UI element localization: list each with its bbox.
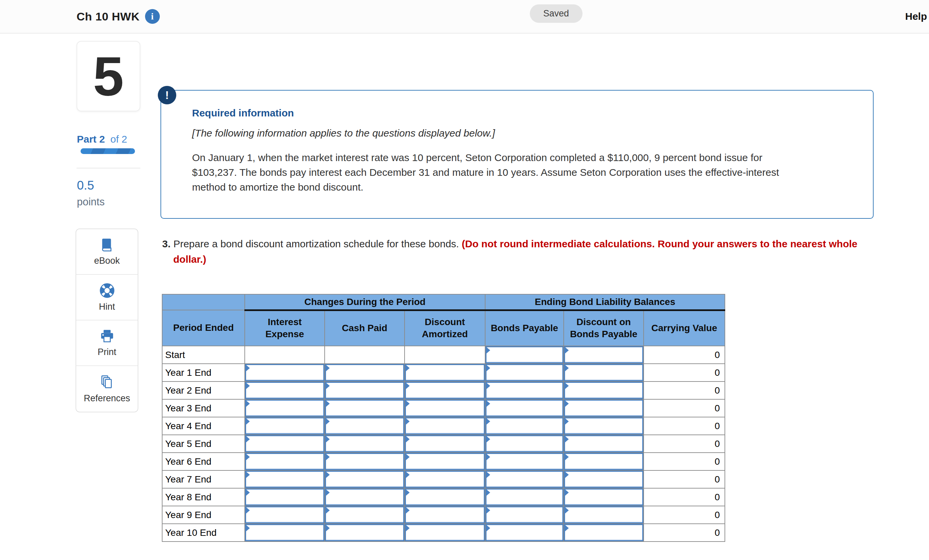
discount-on-bonds-payable-input[interactable]	[564, 453, 643, 470]
col-header-bonds-payable: Bonds Payable	[485, 310, 564, 346]
bonds-payable-input[interactable]	[486, 453, 563, 470]
cash-paid-input[interactable]	[325, 524, 404, 541]
amount-cell	[245, 524, 325, 542]
input-marker-icon	[486, 471, 490, 479]
input-marker-icon	[325, 488, 330, 497]
discount-amortized-input[interactable]	[405, 524, 485, 541]
bonds-payable-input[interactable]	[486, 506, 563, 523]
references-button[interactable]: References	[76, 366, 138, 412]
amount-cell	[564, 364, 644, 381]
info-icon[interactable]: i	[145, 9, 160, 24]
amount-cell	[325, 417, 405, 435]
bonds-payable-input[interactable]	[486, 435, 563, 452]
carrying-value-cell: 0	[644, 506, 725, 524]
input-marker-icon	[564, 418, 569, 425]
discount-on-bonds-payable-input[interactable]	[564, 364, 643, 381]
cash-paid-input[interactable]	[325, 506, 404, 523]
discount-amortized-input[interactable]	[405, 488, 485, 506]
interest-expense-input[interactable]	[245, 399, 324, 417]
cash-paid-input[interactable]	[325, 364, 404, 381]
ebook-button[interactable]: eBook	[76, 229, 138, 275]
discount-amortized-input[interactable]	[405, 506, 485, 523]
cash-paid-input[interactable]	[325, 435, 404, 452]
amortization-schedule-table: Changes During the Period Ending Bond Li…	[162, 294, 725, 542]
carrying-value-cell: 0	[644, 435, 725, 453]
amount-cell	[405, 470, 485, 488]
discount-on-bonds-payable-input[interactable]	[564, 435, 643, 452]
cash-paid-input[interactable]	[325, 418, 404, 435]
input-marker-icon	[325, 453, 330, 461]
bonds-payable-input[interactable]	[486, 399, 563, 417]
interest-expense-input[interactable]	[245, 506, 324, 523]
interest-expense-input[interactable]	[245, 524, 324, 541]
col-header-period-ended: Period Ended	[162, 310, 245, 346]
hint-button[interactable]: Hint	[76, 275, 138, 320]
column-header-row: Period Ended Interest Expense Cash Paid …	[162, 310, 725, 346]
interest-expense-input[interactable]	[245, 471, 324, 488]
cash-paid-input[interactable]	[325, 471, 404, 488]
amount-cell	[485, 524, 564, 542]
interest-expense-input[interactable]	[245, 382, 324, 399]
required-information-heading: Required information	[192, 107, 860, 119]
amount-cell	[325, 506, 405, 524]
bonds-payable-input[interactable]	[486, 488, 563, 506]
discount-amortized-input[interactable]	[405, 399, 485, 417]
cash-paid-input[interactable]	[325, 453, 404, 470]
amount-cell	[564, 470, 644, 488]
discount-amortized-input[interactable]	[405, 471, 485, 488]
cash-paid-input[interactable]	[325, 382, 404, 399]
discount-on-bonds-payable-input[interactable]	[564, 488, 643, 506]
amount-cell	[564, 399, 644, 417]
period-label: Year 9 End	[162, 506, 245, 524]
cash-paid-input[interactable]	[325, 488, 404, 506]
input-marker-icon	[325, 435, 330, 443]
interest-expense-input[interactable]	[245, 435, 324, 452]
amount-cell	[405, 364, 485, 381]
discount-on-bonds-payable-input[interactable]	[564, 506, 643, 523]
bonds-payable-input[interactable]	[486, 364, 563, 381]
print-button[interactable]: Print	[76, 320, 138, 366]
discount-on-bonds-payable-input[interactable]	[564, 471, 643, 488]
table-row: Year 4 End 0	[162, 417, 725, 435]
period-label: Year 1 End	[162, 364, 245, 381]
input-marker-icon	[486, 399, 490, 408]
col-header-interest-expense: Interest Expense	[245, 310, 325, 346]
help-link[interactable]: Help	[905, 11, 927, 22]
col-header-carrying-value: Carrying Value	[644, 310, 725, 346]
interest-expense-input[interactable]	[245, 488, 324, 506]
cash-paid-input[interactable]	[325, 399, 404, 417]
interest-expense-input[interactable]	[245, 364, 324, 381]
input-marker-icon	[245, 488, 250, 497]
bonds-payable-input[interactable]	[486, 418, 563, 435]
book-icon	[100, 237, 115, 252]
input-marker-icon	[486, 524, 490, 532]
discount-on-bonds-payable-input[interactable]	[564, 382, 643, 399]
pages-icon	[100, 375, 115, 390]
amount-cell	[564, 488, 644, 506]
discount-on-bonds-payable-input[interactable]	[564, 418, 643, 435]
bonds-payable-input[interactable]	[486, 471, 563, 488]
part-label: Part 2	[77, 133, 105, 145]
discount-amortized-input[interactable]	[405, 418, 485, 435]
assignment-title-group: Ch 10 HWK i	[77, 9, 160, 24]
bonds-payable-input[interactable]	[486, 524, 563, 541]
period-label: Year 7 End	[162, 470, 245, 488]
input-marker-icon	[325, 364, 330, 372]
amount-cell	[485, 346, 564, 364]
interest-expense-input[interactable]	[245, 453, 324, 470]
table-row: Year 7 End 0	[162, 470, 725, 488]
discount-on-bonds-payable-input[interactable]	[564, 399, 643, 417]
input-marker-icon	[405, 399, 409, 408]
discount-on-bonds-payable-input[interactable]	[564, 346, 643, 363]
discount-on-bonds-payable-input[interactable]	[564, 524, 643, 541]
discount-amortized-input[interactable]	[405, 435, 485, 452]
bonds-payable-input[interactable]	[486, 382, 563, 399]
question-number-card: 5	[77, 41, 140, 112]
period-label: Year 3 End	[162, 399, 245, 417]
input-marker-icon	[564, 524, 569, 532]
interest-expense-input[interactable]	[245, 418, 324, 435]
bonds-payable-input[interactable]	[486, 346, 563, 363]
discount-amortized-input[interactable]	[405, 453, 485, 470]
discount-amortized-input[interactable]	[405, 364, 485, 381]
discount-amortized-input[interactable]	[405, 382, 485, 399]
